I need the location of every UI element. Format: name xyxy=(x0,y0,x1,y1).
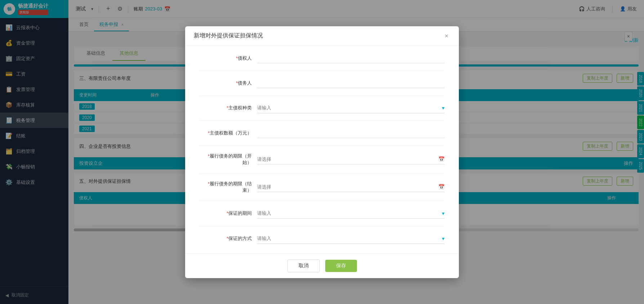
input-period-start[interactable] xyxy=(257,156,438,162)
form-row-guarantee-period: *保证的期间 ▾ xyxy=(200,208,444,226)
save-button[interactable]: 保存 xyxy=(325,260,357,272)
label-creditor: *债权人 xyxy=(200,55,257,62)
modal-title: 新增对外提供保证担保情况 xyxy=(194,32,263,40)
date-period-end[interactable]: 📅 xyxy=(257,182,444,192)
form-row-debtor: *债务人 xyxy=(200,78,444,96)
label-debt-type: *主债权种类 xyxy=(200,105,257,111)
form-row-period-start: *履行债务的期限（开始） 📅 xyxy=(200,153,444,173)
date-period-start[interactable]: 📅 xyxy=(257,154,444,164)
form-row-creditor: *债权人 xyxy=(200,53,444,71)
select-guarantee-period[interactable]: ▾ xyxy=(257,208,444,219)
calendar-end-icon[interactable]: 📅 xyxy=(438,184,444,190)
select-guarantee-method-input[interactable] xyxy=(257,236,442,241)
input-period-end[interactable] xyxy=(257,184,438,190)
input-creditor[interactable] xyxy=(257,53,444,63)
label-debtor: *债务人 xyxy=(200,80,257,86)
form-row-debt-amount: *主债权数额（万元） xyxy=(200,128,444,146)
label-debt-amount: *主债权数额（万元） xyxy=(200,130,257,136)
cancel-button[interactable]: 取消 xyxy=(287,259,320,272)
label-period-start: *履行债务的期限（开始） xyxy=(200,153,257,166)
modal-header: 新增对外提供保证担保情况 × xyxy=(185,26,459,46)
calendar-start-icon[interactable]: 📅 xyxy=(438,156,444,162)
chevron-down-icon: ▾ xyxy=(442,105,444,111)
modal-overlay: 新增对外提供保证担保情况 × *债权人 *债务人 * xyxy=(0,0,644,304)
select-debt-type-input[interactable] xyxy=(257,105,442,110)
form-row-guarantee-method: *保证的方式 ▾ xyxy=(200,233,444,251)
modal-dialog: 新增对外提供保证担保情况 × *债权人 *债务人 * xyxy=(185,26,459,278)
modal-close-button[interactable]: × xyxy=(443,32,450,40)
form-row-debt-type: *主债权种类 ▾ xyxy=(200,103,444,121)
input-debt-amount[interactable] xyxy=(257,128,444,138)
modal-footer: 取消 保存 xyxy=(185,253,459,278)
select-guarantee-method[interactable]: ▾ xyxy=(257,233,444,244)
chevron-down-icon-3: ▾ xyxy=(442,236,444,241)
label-guarantee-period: *保证的期间 xyxy=(200,210,257,217)
form-row-period-end: *履行债务的期限（结束） 📅 xyxy=(200,181,444,201)
label-guarantee-method: *保证的方式 xyxy=(200,235,257,242)
chevron-down-icon-2: ▾ xyxy=(442,210,444,216)
modal-body: *债权人 *债务人 *主债权种类 ▾ xyxy=(185,46,459,253)
input-debtor[interactable] xyxy=(257,78,444,88)
select-debt-type[interactable]: ▾ xyxy=(257,103,444,113)
label-period-end: *履行债务的期限（结束） xyxy=(200,181,257,194)
select-guarantee-period-input[interactable] xyxy=(257,210,442,216)
